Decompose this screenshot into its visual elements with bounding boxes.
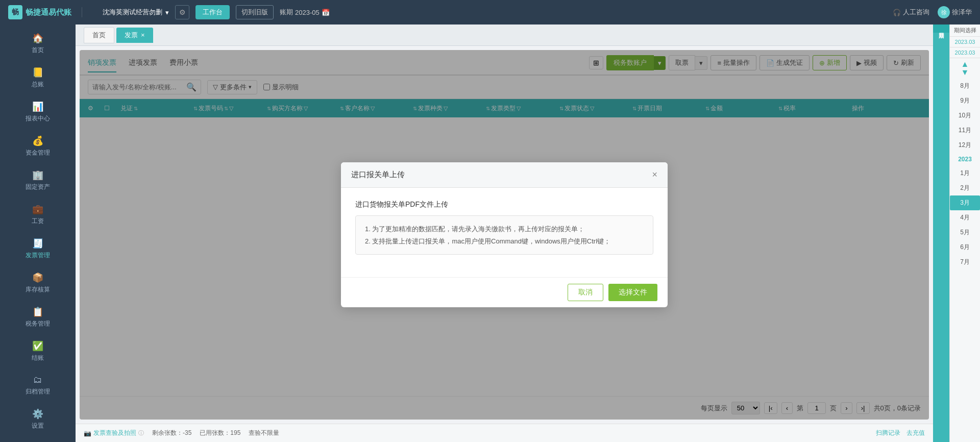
topbar: 畅 畅捷通易代账 沈海英测试经营勿删 ▾ ⚙ 工作台 切到旧版 账期 2023-…: [0, 0, 980, 24]
period-month-11[interactable]: 11月: [950, 123, 980, 138]
period-month-4[interactable]: 4月: [950, 210, 980, 225]
status-bar-right: 扫腾记录 去充值: [876, 429, 925, 437]
period-month-5[interactable]: 5月: [950, 225, 980, 240]
period-value: 2023-05: [295, 9, 320, 16]
period-month-6[interactable]: 6月: [950, 240, 980, 255]
recharge-link[interactable]: 去充值: [906, 429, 925, 437]
scan-records-link[interactable]: 扫腾记录: [876, 429, 900, 437]
used-label: 已用张数：195: [200, 429, 240, 437]
period-month-12[interactable]: 12月: [950, 138, 980, 153]
app-logo: 畅 畅捷通易代账: [8, 5, 71, 19]
period-month-7[interactable]: 7月: [950, 255, 980, 269]
switch-old-btn[interactable]: 切到旧版: [236, 5, 274, 19]
sidebar-item-ledger[interactable]: 📒 总账: [0, 61, 76, 95]
modal-overlay: 进口报关单上传 × 进口货物报关单PDF文件上传 1. 为了更加精准的数据匹配，…: [80, 50, 929, 420]
sidebar-label-settings: 设置: [32, 422, 44, 430]
modal-info-line1: 1. 为了更加精准的数据匹配，请先录入海关缴款书，再上传对应的报关单；: [365, 223, 644, 235]
user-menu[interactable]: 徐 徐泽华: [938, 6, 972, 18]
company-dropdown-icon[interactable]: ▾: [165, 9, 169, 16]
sidebar-item-tax[interactable]: 📋 税务管理: [0, 300, 76, 334]
settings-nav-icon: ⚙️: [32, 408, 43, 420]
sidebar-item-reports[interactable]: 📊 报表中心: [0, 95, 76, 129]
home-icon: 🏠: [32, 33, 43, 44]
tax-icon: 📋: [32, 306, 43, 317]
modal-close-btn[interactable]: ×: [652, 169, 657, 180]
remaining-label: 剩余张数：-35: [152, 429, 191, 437]
user-name: 徐泽华: [952, 8, 972, 17]
app-name: 畅捷通易代账: [26, 8, 71, 17]
invoice-check-text: 发票查验及拍照: [93, 429, 136, 437]
right-panel: 开 票日期: [933, 24, 949, 442]
sidebar-item-settings[interactable]: ⚙️ 设置: [0, 402, 76, 436]
period-calendar-icon[interactable]: 📅: [322, 9, 330, 16]
sidebar-label-home: 首页: [32, 46, 44, 55]
page-content: 销项发票 进项发票 费用小票 ⊞ 税务数账户 ▾ 取票 ▾: [80, 50, 929, 420]
topbar-right: 🎧 人工咨询 徐 徐泽华: [893, 6, 972, 18]
invoice-check-label[interactable]: 📷 发票查验及拍照 ⓘ: [84, 429, 144, 437]
sidebar-item-guide[interactable]: 📌 新手引导: [0, 436, 76, 442]
import-customs-modal: 进口报关单上传 × 进口货物报关单PDF文件上传 1. 为了更加精准的数据匹配，…: [341, 162, 668, 307]
modal-body: 进口货物报关单PDF文件上传 1. 为了更加精准的数据匹配，请先录入海关缴款书，…: [341, 188, 668, 277]
headset-icon: 🎧: [893, 9, 901, 16]
sidebar-label-assets: 固定资产: [26, 183, 50, 191]
capital-icon: 💰: [32, 135, 43, 146]
period-month-9[interactable]: 9月: [950, 93, 980, 108]
period-year-label1[interactable]: 2023.03: [950, 37, 980, 47]
salary-icon: 💼: [32, 204, 43, 215]
sidebar-label-inventory: 库存核算: [26, 285, 50, 294]
workspace-btn[interactable]: 工作台: [195, 5, 230, 19]
ledger-icon: 📒: [32, 67, 43, 78]
tab-invoice-label: 发票: [125, 31, 138, 40]
reports-icon: 📊: [32, 101, 43, 112]
status-bar: 📷 发票查验及拍照 ⓘ 剩余张数：-35 已用张数：195 查验不限量 扫腾记录…: [76, 424, 933, 442]
tab-bar: 首页 发票 ×: [76, 24, 933, 46]
modal-cancel-btn[interactable]: 取消: [568, 284, 603, 301]
sidebar-item-archive[interactable]: 🗂 归档管理: [0, 369, 76, 402]
sidebar-item-settle[interactable]: ✅ 结账: [0, 334, 76, 369]
period-year-2023[interactable]: 2023: [950, 153, 980, 166]
user-avatar-icon: 徐: [938, 6, 950, 18]
period-selector: 期间选择 2023.03 2023.03 ▲ ▼ 8月 9月 10月 11月 1…: [949, 24, 980, 442]
tab-invoice[interactable]: 发票 ×: [116, 28, 153, 43]
sidebar: 🏠 首页 📒 总账 📊 报表中心 💰 资金管理 🏢 固定资产 💼 工资 🧾 发票…: [0, 24, 76, 442]
settings-icon: ⚙: [179, 8, 186, 16]
period-arrows: ▲ ▼: [961, 58, 969, 79]
period-month-1[interactable]: 1月: [950, 166, 980, 181]
period-up-btn[interactable]: ▲: [961, 60, 969, 68]
company-name: 沈海英测试经营勿删: [103, 8, 162, 17]
period-year-label2[interactable]: 2023.03: [950, 47, 980, 58]
period-month-3[interactable]: 3月: [950, 195, 980, 210]
sidebar-item-assets[interactable]: 🏢 固定资产: [0, 163, 76, 198]
invoice-icon: 🧾: [32, 238, 43, 249]
tab-close-icon[interactable]: ×: [141, 31, 145, 39]
sidebar-item-home[interactable]: 🏠 首页: [0, 27, 76, 61]
modal-select-file-btn[interactable]: 选择文件: [608, 284, 657, 301]
sidebar-item-inventory[interactable]: 📦 库存核算: [0, 266, 76, 300]
sidebar-item-capital[interactable]: 💰 资金管理: [0, 129, 76, 163]
sidebar-label-settle: 结账: [32, 354, 44, 362]
help-label: 人工咨询: [903, 8, 929, 17]
content-area: 首页 发票 × 销项发票 进项发票 费用小票 ⊞ 税务数账户 ▾: [76, 24, 933, 442]
settle-icon: ✅: [32, 340, 43, 352]
info-icon: ⓘ: [138, 429, 144, 437]
sidebar-label-tax: 税务管理: [26, 320, 50, 328]
period-month-10[interactable]: 10月: [950, 108, 980, 123]
open-date-btn[interactable]: 开 票日期: [933, 24, 949, 33]
period-month-2[interactable]: 2月: [950, 181, 980, 195]
archive-icon: 🗂: [33, 375, 42, 385]
company-selector[interactable]: 沈海英测试经营勿删 ▾: [103, 8, 169, 17]
sidebar-item-salary[interactable]: 💼 工资: [0, 198, 76, 232]
modal-footer: 取消 选择文件: [341, 277, 668, 307]
period-month-8[interactable]: 8月: [950, 79, 980, 93]
sidebar-label-ledger: 总账: [32, 80, 44, 89]
tab-home[interactable]: 首页: [84, 27, 114, 43]
modal-title: 进口报关单上传: [351, 170, 405, 180]
help-btn[interactable]: 🎧 人工咨询: [893, 8, 929, 17]
period-label: 账期: [280, 8, 293, 17]
period-down-btn[interactable]: ▼: [961, 68, 969, 77]
check-unlimited-label: 查验不限量: [249, 429, 279, 437]
period-display: 账期 2023-05 📅: [280, 8, 330, 17]
sidebar-label-capital: 资金管理: [26, 149, 50, 157]
company-settings-btn[interactable]: ⚙: [175, 5, 189, 19]
sidebar-item-invoice[interactable]: 🧾 发票管理: [0, 232, 76, 266]
